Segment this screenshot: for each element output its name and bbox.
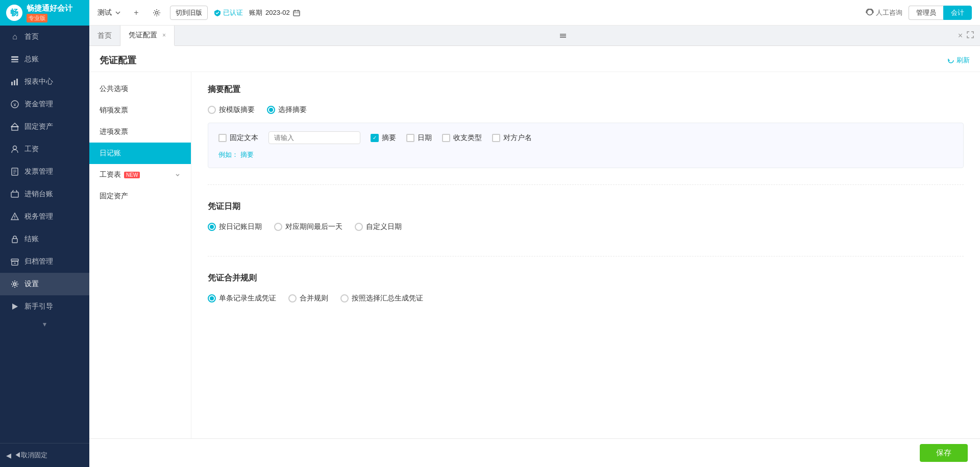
nav-fixed-asset[interactable]: 固定资产 (89, 185, 191, 207)
svg-rect-5 (16, 79, 18, 85)
save-btn[interactable]: 保存 (920, 444, 968, 462)
radio-select-label: 选择摘要 (278, 105, 307, 114)
svg-rect-3 (11, 82, 13, 85)
checkbox-income-type[interactable]: 收支类型 (442, 133, 482, 143)
archive-icon (10, 257, 19, 266)
summary-radio-template[interactable]: 按模版摘要 (208, 105, 255, 114)
invoice-icon (10, 167, 19, 176)
headset-icon (866, 9, 874, 17)
nav-sales[interactable]: 销项发票 (89, 100, 191, 121)
abstract-checkbox: ✓ (371, 134, 379, 142)
sidebar-item-home[interactable]: ⌂ 首页 (0, 26, 89, 48)
ledger-icon (10, 55, 19, 64)
tab-voucher-config-label: 凭证配置 (129, 31, 157, 40)
new-badge: NEW (124, 172, 140, 178)
merge-title: 凭证合并规则 (208, 273, 964, 284)
radio-journal-label: 按日记账日期 (219, 222, 262, 231)
switch-version-btn[interactable]: 切到旧版 (170, 6, 208, 20)
content-area: 凭证配置 刷新 公共选项 (89, 46, 980, 467)
date-radio-custom[interactable]: 自定义日期 (355, 222, 402, 231)
summary-example: 例如： 摘要 (218, 150, 953, 159)
fixed-text-input[interactable] (268, 131, 360, 144)
sidebar-item-guide[interactable]: 新手引导 (0, 295, 89, 318)
topbar-actions: + (129, 6, 164, 20)
checkbox-counterpart[interactable]: 对方户名 (492, 133, 532, 143)
period-label: 账期 (249, 8, 262, 17)
svg-rect-26 (293, 11, 300, 16)
svg-text:¥: ¥ (13, 102, 16, 107)
sidebar-item-close[interactable]: 结账 (0, 228, 89, 250)
right-content: 摘要配置 按模版摘要 选择摘要 (191, 72, 980, 438)
service-label: 人工咨询 (876, 8, 902, 17)
income-type-checkbox (442, 134, 450, 142)
cancel-fixed-icon: ◀ (6, 452, 11, 459)
sidebar-item-trade[interactable]: 进销台账 (0, 183, 89, 205)
close-page-btn[interactable]: × (958, 31, 963, 40)
tax-icon (10, 212, 19, 221)
merge-radio-group: 单条记录生成凭证 合并规则 按照选择汇总生成凭证 (208, 294, 964, 303)
radio-period-last-circle (274, 223, 282, 231)
date-radio-period-last[interactable]: 对应期间最后一天 (274, 222, 342, 231)
svg-rect-8 (12, 127, 18, 130)
sidebar-item-invoice[interactable]: 发票管理 (0, 160, 89, 183)
nav-purchase-label: 进项发票 (100, 127, 128, 135)
nav-public[interactable]: 公共选项 (89, 78, 191, 100)
nav-purchase[interactable]: 进项发票 (89, 121, 191, 143)
inner-layout: 公共选项 销项发票 进项发票 日记账 工资表 (89, 72, 980, 438)
nav-sales-label: 销项发票 (100, 106, 128, 114)
sidebar-label-ledger: 总账 (24, 55, 39, 64)
tab-voucher-config[interactable]: 凭证配置 × (120, 26, 175, 46)
sidebar-item-asset[interactable]: 固定资产 (0, 115, 89, 138)
project-selector[interactable]: 测试 (97, 8, 121, 17)
checkbox-date[interactable]: 日期 (406, 133, 432, 143)
sidebar-item-report[interactable]: 报表中心 (0, 71, 89, 93)
sidebar-item-tax[interactable]: 税务管理 (0, 205, 89, 228)
manager-btn[interactable]: 管理员 (909, 6, 943, 20)
sidebar-label-report: 报表中心 (24, 77, 53, 86)
summary-radio-select[interactable]: 选择摘要 (267, 105, 307, 114)
home-icon: ⌂ (10, 32, 19, 41)
nav-journal[interactable]: 日记账 (89, 143, 191, 164)
tab-expand-btn[interactable] (553, 32, 573, 40)
nav-journal-label: 日记账 (100, 149, 121, 157)
radio-single-label: 单条记录生成凭证 (219, 294, 276, 303)
settings-gear-btn[interactable] (150, 6, 164, 20)
svg-rect-15 (11, 192, 18, 197)
add-btn[interactable]: + (129, 6, 143, 20)
checkbox-abstract[interactable]: ✓ 摘要 (371, 133, 396, 143)
merge-radio-single[interactable]: 单条记录生成凭证 (208, 294, 276, 303)
sidebar-item-salary[interactable]: 工资 (0, 138, 89, 160)
merge-radio-rules[interactable]: 合并规则 (288, 294, 328, 303)
certified-label: 已认证 (223, 8, 243, 17)
checkbox-fixed-text[interactable]: 固定文本 (218, 133, 258, 143)
sidebar-item-fund[interactable]: ¥ 资金管理 (0, 93, 89, 115)
asset-icon (10, 122, 19, 131)
tab-home[interactable]: 首页 (89, 26, 120, 46)
logo-icon: 畅 (6, 5, 22, 21)
fullscreen-btn[interactable] (967, 31, 974, 40)
sidebar-logo: 畅 畅捷通好会计 专业版 (0, 0, 89, 26)
date-radio-journal[interactable]: 按日记账日期 (208, 222, 262, 231)
guide-icon (10, 302, 19, 311)
date-section: 凭证日期 按日记账日期 对应期间最后一天 (208, 201, 964, 256)
nav-payroll[interactable]: 工资表 NEW (89, 164, 191, 185)
refresh-btn[interactable]: 刷新 (947, 56, 970, 65)
plus-icon: + (134, 8, 138, 17)
calendar-icon[interactable] (293, 9, 300, 16)
merge-radio-summary[interactable]: 按照选择汇总生成凭证 (340, 294, 423, 303)
income-type-label: 收支类型 (453, 133, 482, 143)
accountant-btn[interactable]: 会计 (943, 6, 972, 20)
sidebar-label-trade: 进销台账 (24, 190, 53, 199)
date-label: 日期 (418, 133, 432, 143)
topbar-right: 人工咨询 管理员 会计 (866, 6, 972, 20)
sidebar-item-archive[interactable]: 归档管理 (0, 250, 89, 273)
sidebar-item-settings[interactable]: 设置 (0, 273, 89, 295)
svg-rect-0 (11, 56, 18, 58)
sidebar-label-home: 首页 (24, 32, 39, 41)
tab-close-btn[interactable]: × (162, 32, 166, 39)
sidebar-label-invoice: 发票管理 (24, 167, 53, 176)
cancel-fixed-btn[interactable]: ◀ ◀取消固定 (6, 449, 83, 462)
counterpart-checkbox (492, 134, 500, 142)
sidebar-item-ledger[interactable]: 总账 (0, 48, 89, 71)
service-btn[interactable]: 人工咨询 (866, 8, 902, 17)
